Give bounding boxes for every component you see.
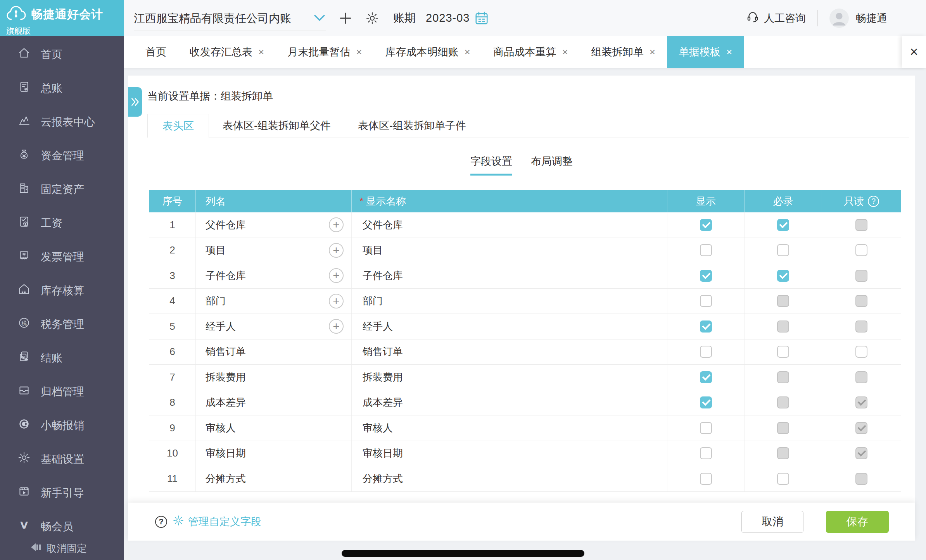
readonly-checkbox[interactable] [855,270,867,282]
readonly-checkbox[interactable] [855,447,867,459]
display-checkbox[interactable] [700,396,712,408]
sidebar-item-settings[interactable]: 基础设置 [0,442,124,476]
manage-custom-fields-link[interactable]: 管理自定义字段 [173,515,261,529]
new-account-button[interactable] [339,12,352,25]
required-checkbox[interactable] [777,295,789,307]
avatar[interactable] [829,9,849,28]
add-field-button[interactable]: + [329,243,344,258]
company-select[interactable]: 江西服宝精品有限责任公司内账 [134,7,326,31]
calendar-icon[interactable] [474,11,489,26]
tab-body-child[interactable]: 表体区-组装拆卸单子件 [344,114,480,138]
readonly-checkbox[interactable] [855,396,867,408]
display-name-cell[interactable]: 经手人 [352,314,667,339]
sidebar-item-tax[interactable]: 税 税务管理 [0,307,124,341]
sidebar-item-reimburse[interactable]: 小畅报销 [0,408,124,442]
display-checkbox[interactable] [700,447,712,459]
tab-body-parent[interactable]: 表体区-组装拆卸单父件 [209,114,344,138]
add-field-button[interactable]: + [329,294,344,308]
display-checkbox[interactable] [700,473,712,485]
display-name-cell[interactable]: 成本差异 [352,390,667,415]
sidebar-item-member[interactable]: Ⅴ 畅会员 [0,510,124,543]
username[interactable]: 畅捷通 [856,11,887,25]
sidebar-item-ledger[interactable]: 总账 [0,71,124,105]
expand-panel-button[interactable] [128,87,142,117]
display-name-cell[interactable]: 子件仓库 [352,263,667,288]
display-name-cell[interactable]: 项目 [352,238,667,263]
readonly-checkbox[interactable] [855,371,867,383]
display-checkbox[interactable] [700,422,712,434]
help-icon[interactable]: ? [868,196,879,207]
display-checkbox[interactable] [700,270,712,282]
required-checkbox[interactable] [777,219,789,231]
display-checkbox[interactable] [700,320,712,333]
add-field-button[interactable]: + [329,217,344,232]
save-button[interactable]: 保存 [826,511,889,533]
readonly-checkbox[interactable] [855,473,867,485]
tab-field-settings[interactable]: 字段设置 [470,154,512,176]
close-tab-icon[interactable]: × [258,47,264,57]
display-name-cell[interactable]: 分摊方式 [352,466,667,491]
live-support-button[interactable]: 人工咨询 [746,10,806,26]
sidebar-item-archive[interactable]: 归档管理 [0,375,124,408]
sidebar-item-cloud-reports[interactable]: 云报表中心 [0,105,124,139]
close-all-tabs-button[interactable]: × [902,36,926,68]
tab-document-template[interactable]: 单据模板 × [667,36,744,68]
sidebar-item-inventory[interactable]: 库存核算 [0,274,124,307]
tab-cost-recalc[interactable]: 商品成本重算 × [482,36,580,68]
readonly-checkbox[interactable] [855,219,867,231]
unpin-button[interactable]: 取消固定 [0,539,124,558]
sidebar-item-funds[interactable]: 资金管理 [0,139,124,172]
required-checkbox[interactable] [777,371,789,383]
readonly-checkbox[interactable] [855,422,867,434]
close-tab-icon[interactable]: × [464,47,470,57]
sidebar-item-home[interactable]: 首页 [0,38,124,71]
tab-assembly-order[interactable]: 组装拆卸单 × [580,36,667,68]
topbar: 江西服宝精品有限责任公司内账 账期 2023-03 人工咨询 畅捷通 [124,0,926,36]
close-tab-icon[interactable]: × [650,47,655,57]
display-name-cell[interactable]: 部门 [352,289,667,314]
required-checkbox[interactable] [777,346,789,358]
tab-header-area[interactable]: 表头区 [147,114,209,138]
display-name-cell[interactable]: 拆装费用 [352,365,667,390]
required-checkbox[interactable] [777,422,789,434]
tab-inout-summary[interactable]: 收发存汇总表 × [178,36,276,68]
display-checkbox[interactable] [700,371,712,383]
display-checkbox[interactable] [700,219,712,231]
tab-layout-adjust[interactable]: 布局调整 [531,154,573,176]
tab-inventory-cost-detail[interactable]: 库存成本明细账 × [373,36,482,68]
readonly-checkbox[interactable] [855,295,867,307]
field-table: 序号 列名 * 显示名称 显示 必录 只读 ? [149,190,901,492]
display-name-cell[interactable]: 审核人 [352,415,667,441]
sidebar-item-payroll[interactable]: 工资 [0,206,124,240]
add-field-button[interactable]: + [329,268,344,283]
settings-gear-icon[interactable] [365,11,379,25]
required-checkbox[interactable] [777,270,789,282]
display-name-cell[interactable]: 父件仓库 [352,212,667,238]
required-checkbox[interactable] [777,473,789,485]
readonly-checkbox[interactable] [855,346,867,358]
close-tab-icon[interactable]: × [356,47,362,57]
help-icon[interactable]: ? [155,516,167,528]
sidebar-item-guide[interactable]: 新手引导 [0,476,124,510]
display-checkbox[interactable] [700,346,712,358]
sidebar-item-fixed-assets[interactable]: 固定资产 [0,172,124,206]
display-checkbox[interactable] [700,295,712,307]
required-checkbox[interactable] [777,447,789,459]
required-checkbox[interactable] [777,320,789,333]
period-value[interactable]: 2023-03 [426,12,470,24]
cancel-button[interactable]: 取消 [741,511,803,533]
required-checkbox[interactable] [777,244,789,256]
close-tab-icon[interactable]: × [562,47,568,57]
close-tab-icon[interactable]: × [726,47,732,57]
display-name-cell[interactable]: 审核日期 [352,441,667,466]
add-field-button[interactable]: + [329,319,344,334]
readonly-checkbox[interactable] [855,320,867,333]
readonly-checkbox[interactable] [855,244,867,256]
sidebar-item-invoices[interactable]: 发票管理 [0,240,124,274]
display-name-cell[interactable]: 销售订单 [352,339,667,365]
sidebar-item-closing[interactable]: 结账 [0,341,124,375]
display-checkbox[interactable] [700,244,712,256]
tab-month-end-estimate[interactable]: 月末批量暂估 × [276,36,373,68]
tab-home[interactable]: 首页 [134,36,178,68]
required-checkbox[interactable] [777,396,789,408]
